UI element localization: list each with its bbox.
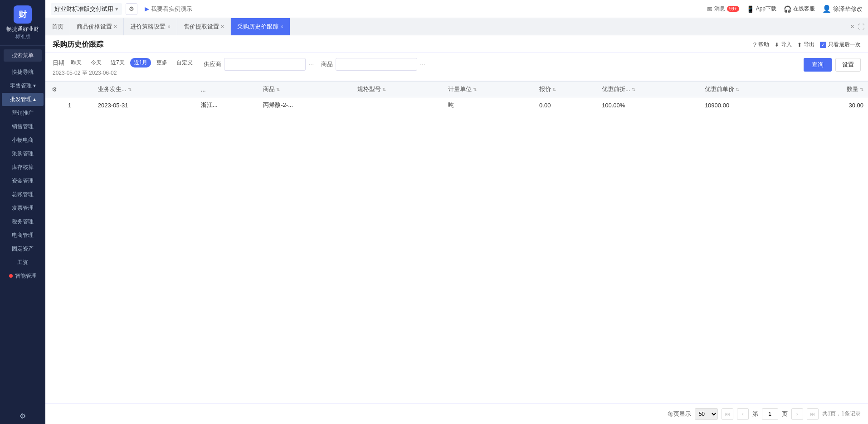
tab-product-price[interactable]: 商品价格设置 × bbox=[70, 18, 124, 35]
th-extra-label: ... bbox=[201, 86, 206, 93]
table-body: 1 2023-05-31 浙江... 丙烯酸-2-... 吨 0.00 100.… bbox=[45, 97, 868, 113]
sidebar-item-inventory[interactable]: 库存核算 bbox=[2, 161, 44, 174]
sidebar-item-sales[interactable]: 销售管理 bbox=[2, 120, 44, 133]
sidebar-item-ecommerce[interactable]: 电商管理 bbox=[2, 229, 44, 242]
th-unit[interactable]: 计量单位⇅ bbox=[444, 82, 535, 97]
sidebar-logo: 财 畅捷通好业财 标准版 bbox=[0, 0, 45, 46]
sidebar-item-retail[interactable]: 零售管理 ▾ bbox=[2, 79, 44, 92]
date-opt-1month[interactable]: 近1月 bbox=[130, 58, 151, 67]
settings-gear-icon[interactable]: ⚙ bbox=[20, 412, 26, 420]
message-btn[interactable]: ✉ 消息 99+ bbox=[707, 5, 739, 13]
th-product-label: 商品 bbox=[263, 85, 275, 93]
page-prev-btn[interactable]: ‹ bbox=[737, 408, 749, 420]
date-opt-today[interactable]: 今天 bbox=[87, 58, 105, 67]
per-page-label: 每页显示 bbox=[668, 410, 691, 418]
date-opt-7days[interactable]: 近7天 bbox=[107, 58, 128, 67]
th-date[interactable]: 业务发生...⇅ bbox=[93, 82, 196, 97]
close-tab-purchase-history[interactable]: × bbox=[280, 24, 283, 30]
content-area: 采购历史价跟踪 ? 帮助 ⬇ 导入 ⬆ 导出 ✓ 只看最后一次 bbox=[45, 35, 868, 424]
help-btn[interactable]: ? 帮助 bbox=[753, 41, 769, 48]
only-last-checkbox-label[interactable]: ✓ 只看最后一次 bbox=[820, 41, 861, 48]
sidebar-item-marketing[interactable]: 营销推广 bbox=[2, 106, 44, 120]
page-title: 采购历史价跟踪 bbox=[53, 40, 103, 49]
sidebar-item-general-ledger[interactable]: 总账管理 bbox=[2, 188, 44, 201]
sidebar-item-payroll[interactable]: 工资 bbox=[2, 256, 44, 269]
search-menu-button[interactable]: 搜索菜单 bbox=[4, 49, 42, 62]
date-opt-custom[interactable]: 自定义 bbox=[173, 58, 196, 67]
sidebar-item-wholesale[interactable]: 批发管理 ▴ bbox=[2, 93, 44, 106]
close-window-icon[interactable]: × bbox=[850, 23, 854, 31]
version-selector[interactable]: 好业财标准版交付试用 ▾ bbox=[51, 3, 122, 15]
date-filter-group: 日期 昨天 今天 近7天 近1月 更多 自定义 2023-05-02 至 202… bbox=[53, 58, 196, 77]
th-discount[interactable]: 优惠前折...⇅ bbox=[597, 82, 700, 97]
sidebar-search-area[interactable]: 搜索菜单 bbox=[0, 46, 45, 65]
th-extra[interactable]: ... bbox=[196, 82, 258, 97]
tab-purchase-strategy[interactable]: 进价策略设置 × bbox=[124, 18, 177, 35]
help-label: 帮助 bbox=[758, 41, 769, 48]
filter-bar: 日期 昨天 今天 近7天 近1月 更多 自定义 2023-05-02 至 202… bbox=[45, 53, 868, 81]
close-tab-product-price[interactable]: × bbox=[114, 24, 117, 30]
sidebar-item-purchase[interactable]: 采购管理 bbox=[2, 147, 44, 160]
sidebar-item-fixed-assets[interactable]: 固定资产 bbox=[2, 242, 44, 255]
import-btn[interactable]: ⬇ 导入 bbox=[775, 41, 792, 48]
demo-link[interactable]: ▶ 我要看实例演示 bbox=[145, 5, 192, 13]
th-product[interactable]: 商品⇅ bbox=[258, 82, 352, 97]
th-discount-label: 优惠前折... bbox=[602, 85, 630, 93]
page-last-btn[interactable]: ⏭ bbox=[807, 408, 819, 420]
data-table: ⚙ 业务发生...⇅ ... 商品⇅ 规格型号⇅ bbox=[45, 81, 868, 113]
message-badge: 99+ bbox=[727, 6, 739, 12]
tab-sale-price[interactable]: 售价提取设置 × bbox=[177, 18, 231, 35]
supplier-input[interactable] bbox=[224, 58, 306, 71]
sidebar-item-ecommerce-small[interactable]: 小畅电商 bbox=[2, 134, 44, 147]
th-index bbox=[63, 82, 93, 97]
user-menu[interactable]: 👤 徐泽华修改 bbox=[822, 5, 863, 13]
date-options: 昨天 今天 近7天 近1月 更多 自定义 bbox=[67, 58, 196, 67]
th-quantity[interactable]: 数量⇅ bbox=[805, 82, 868, 97]
close-tab-purchase-strategy[interactable]: × bbox=[167, 24, 171, 30]
export-icon: ⬆ bbox=[797, 42, 802, 48]
query-button[interactable]: 查询 bbox=[804, 58, 832, 72]
product-dots[interactable]: ··· bbox=[420, 61, 425, 68]
product-filter-label: 商品 bbox=[321, 60, 333, 68]
sidebar-item-invoice[interactable]: 发票管理 bbox=[2, 202, 44, 215]
per-page-select[interactable]: 50 100 200 bbox=[695, 408, 718, 420]
th-spec[interactable]: 规格型号⇅ bbox=[353, 82, 444, 97]
sidebar-item-quicknav[interactable]: 快捷导航 bbox=[2, 66, 44, 79]
export-btn[interactable]: ⬆ 导出 bbox=[797, 41, 814, 48]
date-opt-more[interactable]: 更多 bbox=[153, 58, 171, 67]
sidebar-item-finance[interactable]: 资金管理 bbox=[2, 174, 44, 188]
settings-icon-btn[interactable]: ⚙ bbox=[126, 3, 137, 15]
th-pre-discount-price-label: 优惠前单价 bbox=[705, 85, 734, 93]
page-tools: ? 帮助 ⬇ 导入 ⬆ 导出 ✓ 只看最后一次 bbox=[753, 41, 861, 48]
page-number-input[interactable] bbox=[762, 408, 778, 420]
tab-home[interactable]: 首页 bbox=[45, 18, 70, 35]
sort-product-icon: ⇅ bbox=[276, 87, 280, 92]
app-download-btn[interactable]: 📱 App下载 bbox=[746, 5, 776, 13]
th-pre-discount-price[interactable]: 优惠前单价⇅ bbox=[700, 82, 805, 97]
chevron-up-icon: ▴ bbox=[33, 96, 36, 102]
online-service-btn[interactable]: 🎧 在线客服 bbox=[784, 5, 815, 13]
user-name: 徐泽华修改 bbox=[833, 5, 863, 13]
only-last-checkbox[interactable]: ✓ bbox=[820, 42, 826, 48]
maximize-icon[interactable]: ⛶ bbox=[858, 23, 864, 30]
sidebar-item-tax[interactable]: 税务管理 bbox=[2, 215, 44, 228]
product-input[interactable] bbox=[336, 58, 417, 71]
cell-date: 2023-05-31 bbox=[93, 97, 196, 113]
th-price[interactable]: 报价⇅ bbox=[535, 82, 597, 97]
supplier-dots[interactable]: ··· bbox=[308, 61, 314, 68]
date-filter: 日期 昨天 今天 近7天 近1月 更多 自定义 bbox=[53, 58, 196, 67]
cell-index: 1 bbox=[63, 97, 93, 113]
sidebar-item-smart[interactable]: 智能管理 bbox=[2, 270, 44, 283]
gear-column-icon[interactable]: ⚙ bbox=[52, 86, 57, 93]
date-opt-yesterday[interactable]: 昨天 bbox=[67, 58, 85, 67]
date-filter-label: 日期 bbox=[53, 59, 64, 67]
tab-sale-price-label: 售价提取设置 bbox=[184, 23, 219, 31]
page-next-btn[interactable]: › bbox=[791, 408, 803, 420]
th-gear[interactable]: ⚙ bbox=[45, 82, 63, 97]
tab-purchase-history[interactable]: 采购历史价跟踪 × bbox=[231, 18, 290, 35]
close-tab-sale-price[interactable]: × bbox=[221, 24, 224, 30]
window-controls: × ⛶ bbox=[850, 23, 868, 31]
settings-button[interactable]: 设置 bbox=[835, 58, 861, 72]
th-unit-label: 计量单位 bbox=[448, 85, 472, 93]
page-first-btn[interactable]: ⏮ bbox=[722, 408, 733, 420]
